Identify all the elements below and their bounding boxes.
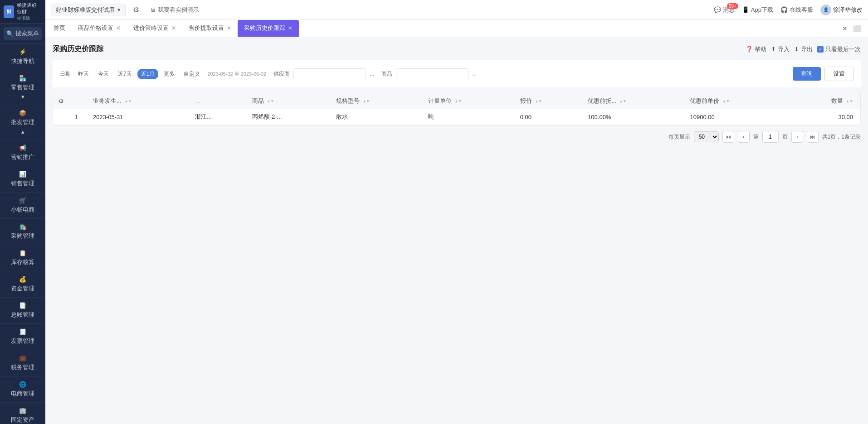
supplier-input[interactable] (293, 68, 366, 79)
tab-expand-button[interactable]: ⬜ (851, 23, 863, 34)
user-info[interactable]: 👤 徐泽华修改 (820, 5, 863, 15)
last-page-button[interactable]: ⏭ (807, 131, 819, 143)
checkbox-icon: ✓ (817, 46, 824, 53)
marketing-label: 营销推广 (11, 153, 34, 161)
date-options: 昨天 今天 近7天 近1月 更多 自定义 (74, 69, 204, 79)
tab-home[interactable]: 首页 (47, 20, 72, 37)
retail-label: 零售管理 (11, 83, 34, 92)
assets-icon: 🏢 (19, 407, 26, 414)
page-input[interactable] (762, 131, 779, 143)
col-header-num (69, 93, 88, 109)
sidebar-nav-shortcut[interactable]: ⚡ 快捷导航 (0, 44, 45, 70)
row-quantity-cell: 30.00 (789, 109, 860, 125)
date-filter-label: 日期 (60, 70, 71, 78)
col-price-sort: ▲▼ (535, 100, 542, 103)
export-icon: ⬇ (794, 46, 799, 53)
sidebar-item-wholesale[interactable]: 📦 批发管理 ▴ (0, 105, 45, 140)
col-quantity-label: 数量 (831, 97, 843, 104)
search-menu-label: 搜索菜单 (15, 29, 39, 38)
tab-price-settings[interactable]: 商品价格设置 ✕ (72, 20, 127, 37)
col-header-quantity[interactable]: 数量 ▲▼ (789, 93, 860, 109)
sidebar-item-invoice[interactable]: 🧾 发票管理 (0, 324, 45, 350)
next-page-button[interactable]: › (791, 131, 803, 143)
first-page-button[interactable]: ⏮ (722, 131, 734, 143)
filter-settings-button[interactable]: 设置 (824, 67, 853, 81)
supplier-more[interactable]: ... (370, 71, 374, 77)
col-header-price[interactable]: 报价 ▲▼ (515, 93, 582, 109)
tab-sale-price[interactable]: 售价提取设置 ✕ (182, 20, 238, 37)
messages-button[interactable]: 💬 消息 99+ (714, 6, 735, 14)
row-spec-cell: 散水 (331, 109, 423, 125)
export-button[interactable]: ⬇ 导出 (794, 45, 813, 53)
invoice-icon: 🧾 (19, 328, 26, 335)
tab-purchase-history[interactable]: 采购历史价跟踪 ✕ (238, 20, 299, 37)
date-opt-more[interactable]: 更多 (160, 69, 178, 79)
retail-icon: 🏪 (19, 75, 26, 82)
export-label: 导出 (801, 45, 813, 53)
message-icon: 💬 (714, 6, 721, 13)
col-header-spec[interactable]: 规格型号 ▲▼ (331, 93, 423, 109)
sidebar-item-tax[interactable]: 💼 税务管理 (0, 350, 45, 376)
tab-close-button[interactable]: ✕ (840, 23, 849, 34)
col-more-label: ... (195, 98, 200, 105)
sidebar-item-ecommerce[interactable]: 🌐 电商管理 (0, 376, 45, 403)
sidebar-item-marketing[interactable]: 📢 营销推广 (0, 140, 45, 166)
import-icon: ⬆ (771, 46, 776, 53)
only-last-checkbox[interactable]: ✓ 只看最后一次 (817, 45, 861, 53)
search-menu-button[interactable]: 🔍 搜索菜单 (4, 27, 42, 40)
edition-selector[interactable]: 好业财标准版交付试用 ▾ (51, 4, 126, 16)
import-button[interactable]: ⬆ 导入 (771, 45, 790, 53)
col-header-pre-discount-price[interactable]: 优惠前单价 ▲▼ (684, 93, 789, 109)
sidebar-item-ledger[interactable]: 📑 总账管理 (0, 298, 45, 324)
sidebar-item-assets[interactable]: 🏢 固定资产 (0, 403, 45, 424)
sidebar-item-inventory[interactable]: 📋 库存核算 (0, 245, 45, 271)
phone-icon: 📱 (742, 6, 749, 13)
col-header-goods[interactable]: 商品 ▲▼ (247, 93, 331, 109)
header-settings-button[interactable]: ⚙ (131, 4, 141, 16)
date-opt-7days[interactable]: 近7天 (114, 69, 136, 79)
sidebar-item-retail[interactable]: 🏪 零售管理 ▾ (0, 70, 45, 105)
demo-button[interactable]: 🖥 我要看实例演示 (146, 4, 203, 16)
col-goods-sort: ▲▼ (267, 100, 274, 103)
tab-price-settings-label: 商品价格设置 (78, 24, 113, 32)
page-label: 第 (753, 133, 759, 141)
col-discount-label: 优惠前折... (588, 97, 616, 104)
tab-purchase-history-close[interactable]: ✕ (288, 25, 293, 31)
help-button[interactable]: ❓ 帮助 (746, 45, 766, 53)
date-opt-custom[interactable]: 自定义 (180, 69, 204, 79)
goods-filter-group: 商品 ... (381, 68, 477, 79)
tab-purchase-strategy[interactable]: 进价策略设置 ✕ (127, 20, 182, 37)
ledger-label: 总账管理 (11, 311, 34, 319)
page-header: 采购历史价跟踪 ❓ 帮助 ⬆ 导入 ⬇ 导出 ✓ 只看最后一次 (53, 44, 861, 54)
query-button[interactable]: 查询 (793, 67, 821, 81)
tab-price-settings-close[interactable]: ✕ (116, 25, 121, 31)
tab-purchase-strategy-close[interactable]: ✕ (171, 25, 176, 31)
tab-sale-price-close[interactable]: ✕ (227, 25, 231, 31)
page-title: 采购历史价跟踪 (53, 44, 103, 54)
sidebar-item-sales[interactable]: 📊 销售管理 (0, 166, 45, 193)
finance-icon: 💰 (19, 276, 26, 283)
import-label: 导入 (778, 45, 790, 53)
goods-more[interactable]: ... (472, 71, 477, 77)
table-row: 1 2023-05-31 浙江... 丙烯酸-2-... 散水 吨 0.00 1… (53, 109, 860, 125)
col-header-discount[interactable]: 优惠前折... ▲▼ (582, 93, 684, 109)
per-page-select[interactable]: 50 10 20 100 (694, 131, 719, 142)
sidebar-item-ecommerce-small[interactable]: 🛒 小畅电商 (0, 193, 45, 219)
date-opt-yesterday[interactable]: 昨天 (74, 69, 93, 79)
col-header-settings[interactable]: ⚙ (53, 93, 69, 109)
goods-input[interactable] (396, 68, 468, 79)
date-opt-1month[interactable]: 近1月 (137, 69, 159, 79)
sidebar-item-finance[interactable]: 💰 资金管理 (0, 271, 45, 298)
online-service-button[interactable]: 🎧 在线客服 (780, 6, 813, 14)
sidebar-item-purchase[interactable]: 🛍️ 采购管理 (0, 219, 45, 245)
col-header-more[interactable]: ... (190, 93, 246, 109)
row-supplier-cell: 浙江... (190, 109, 246, 125)
only-last-label: 只看最后一次 (825, 45, 861, 53)
col-header-unit[interactable]: 计量单位 ▲▼ (423, 93, 515, 109)
prev-page-button[interactable]: ‹ (738, 131, 750, 143)
col-header-date[interactable]: 业务发生... ▲▼ (88, 93, 190, 109)
app-download-button[interactable]: 📱 App下载 (742, 6, 773, 14)
table-settings-icon[interactable]: ⚙ (59, 98, 64, 105)
date-opt-today[interactable]: 今天 (94, 69, 112, 79)
sidebar: 财 畅捷通好业财 标准版 🔍 搜索菜单 ⚡ 快捷导航 🏪 零售管理 ▾ 📦 批发… (0, 0, 45, 424)
